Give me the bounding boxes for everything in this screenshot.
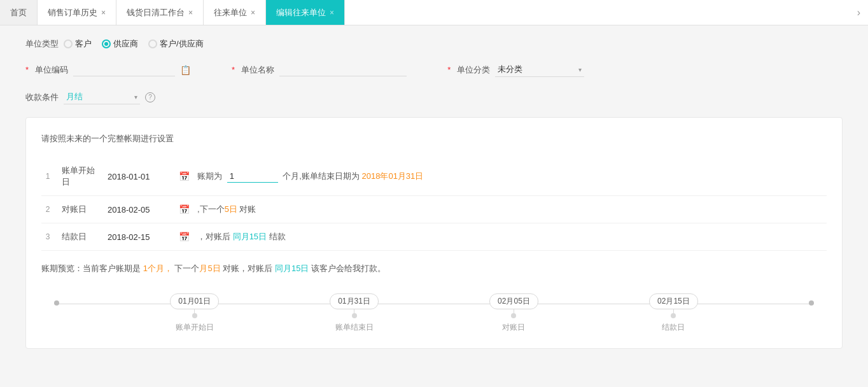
timeline-badge-4: 02月15日 (649, 293, 698, 309)
timeline-sub-4: 结款日 (662, 322, 685, 333)
radio-both-label: 客户/供应商 (160, 38, 204, 50)
timeline-point-2: 01月31日 账单结束日 (330, 293, 379, 333)
cat-required-star: * (447, 65, 451, 74)
setting-row-2: 2 对账日 2018-02-05 📅 ,下一个5日 对账 (41, 196, 827, 223)
unit-info-row: * 单位编码 000001 📋 * 单位名称 河南供应商22 * 单位分类 未分… (25, 62, 843, 77)
unit-name-label: 单位名称 (241, 64, 274, 76)
tab-cashflow-close[interactable]: × (188, 8, 193, 17)
row-calendar-1[interactable]: 📅 (179, 171, 190, 181)
tab-partner[interactable]: 往来单位 × (204, 0, 266, 25)
radio-supplier-circle (102, 39, 111, 48)
row-label-3: 结款日 (62, 231, 100, 243)
tab-cashflow[interactable]: 钱货日清工作台 × (116, 0, 204, 25)
tab-home-label: 首页 (10, 7, 27, 18)
row-desc-3-prefix: ，对账后 (197, 232, 233, 241)
unit-code-label: 单位编码 (35, 64, 68, 76)
timeline-point-3: 02月05日 对账日 (489, 293, 538, 333)
unit-code-input[interactable]: 000001 (73, 64, 175, 76)
tab-edit-partner[interactable]: 编辑往来单位 × (266, 0, 345, 25)
preview-prefix: 账期预览：当前客户账期是 (41, 264, 141, 273)
payment-terms-help-icon[interactable]: ? (145, 92, 155, 102)
radio-supplier[interactable]: 供应商 (102, 38, 138, 50)
tabs-bar: 首页 销售订单历史 × 钱货日清工作台 × 往来单位 × 编辑往来单位 × › (0, 0, 868, 25)
radio-both[interactable]: 客户/供应商 (148, 38, 204, 50)
timeline-dot-3 (511, 313, 516, 318)
timeline-container: 01月01日 账单开始日 01月31日 账单结束日 02月05日 (41, 293, 827, 333)
tab-sales-order-close[interactable]: × (101, 8, 106, 17)
timeline-dot-1 (192, 313, 197, 318)
radio-supplier-label: 供应商 (113, 38, 138, 50)
row-desc-1-prefix: 账期为 (197, 171, 222, 181)
preview-text: 账期预览：当前客户账期是 1个月， 下一个月5日 对账，对账后 同月15日 该客… (41, 261, 827, 276)
radio-customer[interactable]: 客户 (64, 38, 92, 50)
unit-type-radio-group: 客户 供应商 客户/供应商 (64, 38, 204, 50)
payment-terms-label: 收款条件 (25, 92, 59, 103)
timeline-badge-1: 01月01日 (170, 293, 219, 309)
tab-edit-partner-close[interactable]: × (330, 8, 334, 17)
radio-both-circle (148, 39, 157, 48)
unit-type-label: 单位类型 (25, 38, 59, 50)
radio-customer-label: 客户 (75, 38, 92, 50)
timeline-point-4: 02月15日 结款日 (649, 293, 698, 333)
unit-code-field: * 单位编码 000001 📋 (25, 64, 191, 76)
unit-category-label: 单位分类 (457, 64, 490, 76)
setting-row-1: 1 账单开始日 2018-01-01 📅 账期为 个月,账单结束日期为 2018… (41, 157, 827, 196)
row-reconcile-day: 5日 (225, 204, 237, 214)
row-calendar-3[interactable]: 📅 (179, 232, 190, 242)
timeline-right-end (809, 300, 814, 306)
unit-name-field: * 单位名称 河南供应商22 (232, 64, 407, 76)
settings-panel: 请按照未来的一个完整帐期进行设置 1 账单开始日 2018-01-01 📅 账期… (25, 117, 843, 349)
row-end-date-highlight: 2018年01月31日 (361, 171, 423, 181)
unit-category-arrow-icon: ▾ (578, 66, 582, 73)
row-date-3: 2018-02-15 (108, 232, 171, 242)
tab-cashflow-label: 钱货日清工作台 (127, 7, 185, 18)
timeline-point-1: 01月01日 账单开始日 (170, 293, 219, 333)
timeline-left-dot (54, 300, 59, 306)
payment-terms-arrow-icon: ▾ (134, 94, 137, 101)
unit-code-calendar-icon[interactable]: 📋 (180, 65, 191, 75)
unit-type-row: 单位类型 客户 供应商 客户/供应商 (25, 38, 843, 50)
row-desc-2: ,下一个5日 对账 (197, 204, 827, 215)
preview-suffix: 该客户会给我打款。 (311, 264, 386, 273)
tab-home[interactable]: 首页 (0, 0, 38, 25)
unit-type-field: 单位类型 客户 供应商 客户/供应商 (25, 38, 204, 50)
payment-terms-dropdown[interactable]: 月结 ▾ (64, 90, 140, 104)
tab-partner-close[interactable]: × (251, 8, 255, 17)
timeline-dot-2 (352, 313, 357, 318)
tab-sales-order[interactable]: 销售订单历史 × (38, 0, 116, 25)
timeline-sub-2: 账单结束日 (335, 322, 374, 333)
tab-edit-partner-label: 编辑往来单位 (276, 7, 326, 18)
row-calendar-2[interactable]: 📅 (179, 204, 190, 215)
period-months-input[interactable] (227, 170, 278, 183)
unit-category-dropdown[interactable]: 未分类 ▾ (495, 62, 584, 77)
payment-terms-row: 收款条件 月结 ▾ ? (25, 90, 843, 104)
row-desc-2-prefix: ,下一个 (197, 204, 225, 214)
preview-mid2: 对账，对账后 (223, 264, 272, 273)
preview-day5: 月5日 (199, 264, 220, 273)
timeline-badge-3: 02月05日 (489, 293, 538, 309)
panel-instruction: 请按照未来的一个完整帐期进行设置 (41, 133, 827, 144)
timeline-badge-2: 01月31日 (330, 293, 379, 309)
radio-customer-circle (64, 39, 73, 48)
tab-sales-order-label: 销售订单历史 (48, 7, 97, 18)
row-num-3: 3 (41, 232, 54, 241)
preview-1month: 1个月， (143, 264, 172, 273)
tab-partner-label: 往来单位 (214, 7, 247, 18)
row-num-1: 1 (41, 172, 54, 181)
timeline-points: 01月01日 账单开始日 01月31日 账单结束日 02月05日 (54, 293, 814, 333)
timeline-sub-1: 账单开始日 (176, 322, 214, 333)
timeline-dot-4 (671, 313, 676, 318)
timeline-sub-3: 对账日 (502, 322, 525, 333)
row-label-1: 账单开始日 (62, 165, 100, 188)
row-label-2: 对账日 (62, 204, 100, 215)
preview-day15: 同月15日 (275, 264, 309, 273)
unit-category-field: * 单位分类 未分类 ▾ (447, 62, 584, 77)
row-date-1: 2018-01-01 (108, 172, 171, 181)
unit-name-input[interactable]: 河南供应商22 (279, 64, 407, 76)
row-payment-day: 同月15日 (233, 232, 267, 241)
row-desc-1: 账期为 个月,账单结束日期为 2018年01月31日 (197, 170, 827, 183)
tabs-expand-button[interactable]: › (850, 7, 868, 18)
row-date-2: 2018-02-05 (108, 205, 171, 215)
row-desc-1-extra: 个月,账单结束日期为 (283, 171, 361, 181)
payment-terms-field: 收款条件 月结 ▾ ? (25, 90, 155, 104)
